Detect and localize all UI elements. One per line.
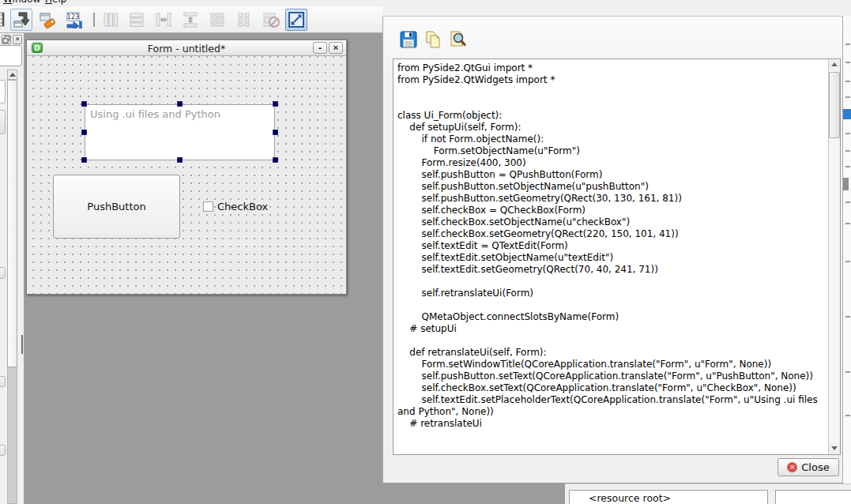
minimize-button[interactable]: - [313,42,327,54]
selection-handle-bottom-right[interactable] [273,157,278,163]
adjust-size-icon [288,11,305,28]
edit-widgets-icon [0,11,7,28]
scroll-down-button[interactable] [829,443,840,454]
selected-item-edge [843,109,851,119]
break-layout-button[interactable] [260,9,282,31]
edit-signals-slots-icon [13,11,30,28]
form-designer-window[interactable]: D Form - untitled* - ✕ Using .ui files a… [26,39,347,295]
textedit-widget[interactable]: Using .ui files and Python [85,104,275,160]
menu-window[interactable]: Window [3,0,40,5]
checkbox-widget[interactable]: CheckBox [203,190,283,223]
form-window-titlebar[interactable]: D Form - untitled* - ✕ [27,40,346,56]
svg-text:123: 123 [67,13,79,21]
dock-float-button[interactable] [2,35,11,44]
edit-tab-order-icon: 123 [65,11,82,28]
checkbox-label: CheckBox [217,201,268,213]
resource-browser-panel: <resource root> [565,483,851,504]
copy-button[interactable] [424,30,442,49]
right-panel-edge [842,16,851,483]
code-scrollbar-thumb[interactable] [829,72,840,138]
mdi-bottom-area [24,483,565,504]
widget-filter-input[interactable] [0,45,22,66]
layout-grid-icon [209,11,226,28]
layout-grid-button[interactable] [206,9,228,31]
resource-root-item[interactable]: <resource root> [569,490,768,504]
layout-horizontally-icon [102,11,119,28]
edit-tab-order-button[interactable]: 123 [62,9,85,31]
widget-box-row[interactable] [0,80,6,103]
mdi-workspace: D Form - untitled* - ✕ Using .ui files a… [24,33,382,504]
selection-handle-top-left[interactable] [81,101,87,107]
layout-vertically-button[interactable] [126,9,148,31]
layout-horizontally-splitter-button[interactable] [153,9,175,31]
close-window-button[interactable]: ✕ [329,42,343,54]
widget-box-scroll-up-button[interactable] [7,70,17,80]
widget-box-row[interactable] [0,376,6,387]
find-icon [448,30,467,49]
selection-handle-bottom-left[interactable] [81,157,87,163]
code-view[interactable]: from PySide2.QtGui import * from PySide2… [393,58,841,455]
edit-buddies-icon [39,11,56,28]
edit-widgets-button[interactable] [0,9,9,31]
code-text: from PySide2.QtGui import * from PySide2… [393,59,827,430]
edit-buddies-button[interactable] [36,9,58,31]
widget-box-scrollbar-thumb[interactable] [7,80,17,367]
widget-box-panel: ✕ [0,33,24,504]
selection-handle-bottom[interactable] [177,157,183,163]
code-scrollbar[interactable] [828,59,840,454]
float-icon [2,36,10,43]
menubar: Window Help [0,0,851,6]
widget-box-row[interactable] [0,110,6,134]
edit-signals-slots-button[interactable] [10,9,32,31]
save-icon [399,30,418,49]
selection-handle-top-right[interactable] [273,101,278,107]
layout-form-icon [235,11,253,28]
splitter-handle[interactable] [21,335,23,354]
menu-help[interactable]: Help [45,0,66,5]
close-icon: ✕ [787,462,797,472]
form-canvas[interactable]: Using .ui files and Python PushButton Ch… [27,56,346,294]
layout-horizontally-splitter-icon [155,11,172,28]
resource-detail-box[interactable] [775,490,851,504]
selection-handle-right[interactable] [273,130,278,135]
dock-close-button[interactable]: ✕ [13,35,22,44]
adjust-size-button[interactable] [285,9,307,31]
layout-vertically-splitter-icon [182,11,199,28]
find-button[interactable] [448,30,467,49]
checkbox-indicator[interactable] [203,201,213,212]
widget-box-row[interactable] [0,267,6,279]
form-window-title: Form - untitled* [27,43,346,55]
main-toolbar: 123 [0,6,382,33]
close-button-label: Close [801,461,829,473]
scroll-up-button[interactable] [829,59,840,70]
code-preview-dialog: from PySide2.QtGui import * from PySide2… [382,16,842,483]
break-layout-icon [262,11,280,28]
layout-vertically-icon [128,11,145,28]
copy-icon [424,30,442,49]
selection-handle-top[interactable] [177,101,183,107]
layout-vertically-splitter-button[interactable] [179,9,201,31]
selection-handle-left[interactable] [81,130,87,135]
layout-form-button[interactable] [233,9,255,31]
save-button[interactable] [399,30,418,49]
layout-horizontally-button[interactable] [100,9,122,31]
close-button[interactable]: ✕ Close [778,458,839,476]
toolbar-separator [93,13,95,27]
pushbutton-widget[interactable]: PushButton [53,175,180,239]
widget-box-row[interactable] [0,445,6,456]
